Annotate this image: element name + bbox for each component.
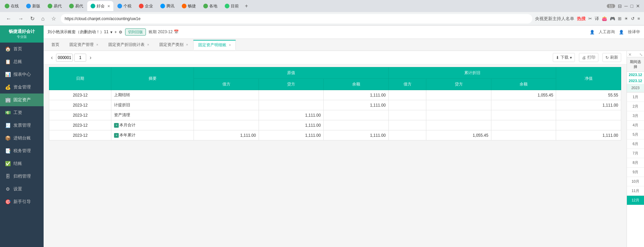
wallet-icon[interactable]: 👛 xyxy=(602,16,607,21)
sidebar-logo-sub: 专业版 xyxy=(17,35,27,39)
tab-favicon-10 xyxy=(203,4,208,8)
sidebar-item-fixed-assets-label: 固定资产 xyxy=(13,97,31,103)
browser-tab-10[interactable]: 各地 xyxy=(200,1,221,11)
tab-fixed-asset-management[interactable]: 固定资产管理 × xyxy=(64,40,103,50)
tab-menu-icon[interactable]: ⊟ xyxy=(618,3,622,9)
browser-tab-6[interactable]: 个税 xyxy=(114,1,135,11)
sidebar-item-close-period-label: 结账 xyxy=(13,161,22,167)
period-month-5[interactable]: 5月 xyxy=(627,130,644,139)
tab-close-asset-detail[interactable]: × xyxy=(229,43,231,47)
tab-bar: 在线 新版 易代 易代 好会 ✕ 个税 企业 腾讯 xyxy=(0,0,644,12)
grid-icon[interactable]: ⊞ xyxy=(618,16,622,21)
sidebar-item-tax[interactable]: 📑 税务管理 xyxy=(0,144,44,157)
sidebar-item-close-period[interactable]: ✅ 结账 xyxy=(0,157,44,170)
period-year-label[interactable]: 2023 xyxy=(627,84,644,92)
settings-company-btn[interactable]: ⚙ xyxy=(119,30,122,35)
sidebar-item-reports[interactable]: 📊 报表中心 xyxy=(0,68,44,81)
period-year-2023[interactable]: 2023 xyxy=(627,84,644,92)
sidebar-item-fixed-assets[interactable]: 🏢 固定资产 xyxy=(0,94,44,106)
period-panel-header: 期间选择 xyxy=(627,57,644,72)
address-input[interactable] xyxy=(61,14,533,23)
sidebar-item-archive[interactable]: 🗄 归档管理 xyxy=(0,170,44,183)
header-original-balance: 余额 xyxy=(324,79,389,90)
download-button[interactable]: ⬇ 下载 ▾ xyxy=(553,53,575,62)
browser-tab-2[interactable]: 新版 xyxy=(23,1,44,11)
browser-tab-5[interactable]: 好会 ✕ xyxy=(87,1,113,11)
period-month-2[interactable]: 2月 xyxy=(627,102,644,111)
row2-accum-balance xyxy=(491,100,556,110)
sidebar-item-home[interactable]: 🏠 首页 xyxy=(0,43,44,55)
consult-label[interactable]: 人工咨询 xyxy=(599,29,615,35)
download-icon: ⬇ xyxy=(556,55,559,60)
close-panel-icon[interactable]: ✕ xyxy=(628,52,632,57)
header-net-value: 净值 xyxy=(556,67,621,90)
period-month-11[interactable]: 11月 xyxy=(627,186,644,196)
new-tab-button[interactable]: + xyxy=(243,3,250,9)
period-month-3[interactable]: 3月 xyxy=(627,111,644,121)
browser-tab-7[interactable]: 企业 xyxy=(136,1,156,11)
period-month-6[interactable]: 6月 xyxy=(627,139,644,149)
period-month-8[interactable]: 8月 xyxy=(627,158,644,168)
brightness-icon[interactable]: ☀ xyxy=(624,16,628,21)
back-button[interactable]: ← xyxy=(4,15,13,22)
browser-tab-11[interactable]: 目前 xyxy=(221,1,242,11)
bookmark-button[interactable]: ☆ xyxy=(49,15,58,22)
period-month-4[interactable]: 4月 xyxy=(627,121,644,130)
browser-tab-9[interactable]: 畅捷 xyxy=(178,1,199,11)
minimize-icon[interactable]: ─ xyxy=(625,3,628,9)
home-button[interactable]: ⌂ xyxy=(39,15,47,22)
maximize-icon[interactable]: □ xyxy=(631,3,633,9)
history-icon[interactable]: ↺ xyxy=(631,16,635,21)
tab-home[interactable]: 首页 xyxy=(46,40,64,50)
period-month-1[interactable]: 1月 xyxy=(627,92,644,102)
period-month-9[interactable]: 9月 xyxy=(627,168,644,177)
add-company-btn[interactable]: + xyxy=(114,30,117,35)
browser-tab-8[interactable]: 腾讯 xyxy=(157,1,178,11)
sidebar-item-guide[interactable]: 🎯 新手引导 xyxy=(0,195,44,208)
table-row: 2023-12 +本年累计 1,111.00 1,111.00 1,111.00… xyxy=(49,130,621,140)
dropdown-arrow[interactable]: ▾ xyxy=(110,30,112,35)
calendar-icon[interactable]: 📅 xyxy=(174,29,179,34)
page-num-input[interactable] xyxy=(74,54,86,62)
forward-button[interactable]: → xyxy=(16,15,25,22)
tab-asset-detail[interactable]: 固定资产明细账 × xyxy=(193,40,236,50)
sidebar-item-funds[interactable]: 💰 资金管理 xyxy=(0,81,44,94)
scissors-icon[interactable]: ✂ xyxy=(588,16,592,21)
sidebar-item-settings[interactable]: ⚙ 设置 xyxy=(0,183,44,195)
close-window-icon[interactable]: ✕ xyxy=(636,3,640,9)
sidebar-item-sales-ledger[interactable]: 📦 进销台账 xyxy=(0,132,44,144)
prev-page-button[interactable]: ‹ xyxy=(49,54,55,61)
row4-summary: +本月合计 xyxy=(111,120,194,130)
company-name: 刘小艳演示账套（勿删勿动！）11 xyxy=(48,29,108,35)
header-accum-credit: 贷方 xyxy=(426,79,491,90)
next-page-button[interactable]: › xyxy=(88,54,93,61)
sidebar-item-payroll[interactable]: 💵 工资 xyxy=(0,106,44,119)
browser-tab-3[interactable]: 易代 xyxy=(44,1,65,11)
tab-depreciation-stats[interactable]: 固定资产折旧统计表 × xyxy=(103,40,154,50)
browser-tab-4[interactable]: 易代 xyxy=(66,1,87,11)
row5-orig-credit: 1,111.00 xyxy=(259,130,324,140)
browser-tab-1[interactable]: 在线 xyxy=(1,1,22,11)
period-month-12[interactable]: 12月 xyxy=(627,196,644,205)
user-name[interactable]: 徐译华 xyxy=(628,29,640,35)
refresh-button[interactable]: ↻ 刷新 xyxy=(602,53,621,62)
menu-icon[interactable]: ≡ xyxy=(637,16,640,21)
tab-asset-category[interactable]: 固定资产类别 × xyxy=(154,40,193,50)
tab-close-5[interactable]: ✕ xyxy=(107,4,110,8)
period-month-7[interactable]: 7月 xyxy=(627,149,644,158)
sidebar-item-invoice[interactable]: 🧾 发票管理 xyxy=(0,119,44,132)
reload-button[interactable]: ↻ xyxy=(28,15,37,22)
tab-close-asset-category[interactable]: × xyxy=(186,43,188,47)
gamepad-icon[interactable]: 🎮 xyxy=(610,16,615,21)
tab-close-fixed-asset-management[interactable]: × xyxy=(96,43,98,47)
page-code-input[interactable] xyxy=(56,54,73,62)
table-row: 2023-12 上期结转 1,111.00 1,055.45 55.55 xyxy=(49,90,621,100)
switch-version-button[interactable]: 切到旧版 xyxy=(125,28,146,36)
period-month-10[interactable]: 10月 xyxy=(627,177,644,186)
translate-icon[interactable]: 译 xyxy=(595,16,599,22)
tab-close-depreciation-stats[interactable]: × xyxy=(147,43,149,47)
hot-search-label: 热搜 xyxy=(577,16,586,22)
print-button[interactable]: 🖨 打印 xyxy=(579,53,598,62)
expand-panel-icon[interactable]: ⤡ xyxy=(639,52,643,57)
sidebar-item-ledger[interactable]: 📋 总账 xyxy=(0,55,44,68)
